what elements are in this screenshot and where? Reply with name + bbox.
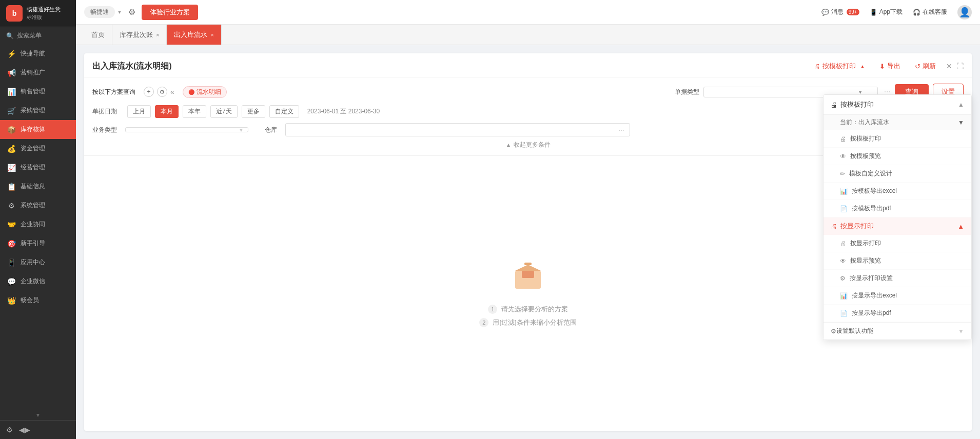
date-more-btn[interactable]: 更多 [242, 105, 265, 118]
dropdown-item-display-settings[interactable]: ⚙ 按显示打印设置 [824, 270, 971, 287]
filter-tag-label: 流水明细 [197, 88, 221, 96]
customer-service-label: 在线客服 [923, 8, 947, 16]
sidebar-item-enterprise[interactable]: 🤝 企业协同 [0, 215, 76, 234]
sidebar-search[interactable]: 🔍 搜索菜单 [0, 27, 76, 44]
operations-icon: 📈 [6, 164, 16, 172]
display-pdf-label: 按显示导出pdf [852, 309, 891, 317]
tab-batch-close[interactable]: × [156, 32, 159, 38]
dropdown-item-display-preview[interactable]: 👁 按显示预览 [824, 252, 971, 270]
sidebar-item-system[interactable]: ⚙ 系统管理 [0, 196, 76, 215]
sidebar-item-purchase[interactable]: 🛒 采购管理 [0, 101, 76, 120]
tab-batch-account[interactable]: 库存批次账 × [112, 25, 167, 45]
sidebar-item-vip[interactable]: 👑 畅会员 [0, 291, 76, 310]
tabs-bar: 首页 库存批次账 × 出入库流水 × [76, 25, 980, 45]
date-this-year-btn[interactable]: 本年 [183, 105, 206, 118]
quick-nav-icon: ⚡ [6, 50, 16, 58]
tab-flow-label: 出入库流水 [174, 30, 207, 39]
date-custom-btn[interactable]: 自定义 [269, 105, 299, 118]
dropdown-item-template-design[interactable]: ✏ 模板自定义设计 [824, 165, 971, 183]
date-label: 单据日期 [92, 107, 123, 116]
dropdown-display-section[interactable]: 🖨 按显示打印 ▲ [824, 217, 971, 235]
sidebar-item-marketing[interactable]: 📢 营销推广 [0, 63, 76, 82]
template-pdf-icon: 📄 [840, 205, 848, 212]
dropdown-print-icon: 🖨 [831, 101, 837, 109]
customer-service-btn[interactable]: 🎧 在线客服 [913, 8, 947, 16]
dropdown-current-template[interactable]: 当前：出入库流水 ▼ [824, 115, 971, 130]
app-version: 标准版 [27, 14, 61, 21]
user-dropdown-icon[interactable]: ▼ [117, 9, 122, 15]
dropdown-header-left: 🖨 按模板打印 [831, 100, 874, 109]
refresh-btn[interactable]: ↺ 刷新 [911, 59, 940, 73]
collapse-sidebar-btn[interactable]: ◀▶ [19, 426, 30, 434]
warehouse-more-icon[interactable]: ··· [618, 126, 624, 134]
trial-button[interactable]: 体验行业方案 [142, 5, 198, 20]
avatar[interactable]: 👤 [957, 5, 972, 19]
sidebar-item-base-info[interactable]: 📋 基础信息 [0, 177, 76, 196]
sidebar-item-label: 销售管理 [21, 87, 45, 96]
sidebar-item-label: 应用中心 [21, 258, 45, 267]
message-btn[interactable]: 💬 消息 99+ [821, 8, 859, 16]
avatar-icon: 👤 [959, 7, 970, 18]
doc-type-label: 单据类型 [675, 88, 699, 96]
dropdown-item-template-preview[interactable]: 👁 按模板预览 [824, 148, 971, 165]
dropdown-item-template-excel[interactable]: 📊 按模板导出excel [824, 183, 971, 200]
display-pdf-icon: 📄 [840, 310, 848, 317]
dropdown-footer[interactable]: ⚙ 设置默认功能 ▼ [824, 322, 971, 340]
app-center-icon: 📱 [6, 258, 16, 267]
dropdown-item-template-pdf[interactable]: 📄 按模板导出pdf [824, 200, 971, 217]
sidebar-item-wechat[interactable]: 💬 企业微信 [0, 272, 76, 291]
tab-in-out-flow[interactable]: 出入库流水 × [167, 25, 221, 45]
print-template-btn[interactable]: 🖨 按模板打印 ▲ [810, 59, 869, 73]
dropdown-collapse-icon[interactable]: ▲ [958, 101, 964, 108]
maximize-window-btn[interactable]: ⛶ [956, 62, 964, 70]
date-7days-btn[interactable]: 近7天 [210, 105, 238, 118]
sidebar-item-operations[interactable]: 📈 经营管理 [0, 158, 76, 177]
app-download-label: App下载 [879, 8, 903, 16]
sidebar-item-guide[interactable]: 🎯 新手引导 [0, 234, 76, 253]
app-download-btn[interactable]: 📱 App下载 [870, 8, 903, 16]
dropdown-item-display-print[interactable]: 🖨 按显示打印 [824, 235, 971, 252]
sidebar-item-inventory[interactable]: 📦 库存核算 [0, 120, 76, 139]
vip-icon: 👑 [6, 296, 16, 305]
dropdown-item-template-print[interactable]: 🖨 按模板打印 [824, 130, 971, 148]
sidebar-search-label: 搜索菜单 [17, 31, 42, 40]
empty-icon [507, 255, 548, 296]
topbar: 畅捷通 ▼ ⚙ 体验行业方案 💬 消息 99+ 📱 App下载 🎧 在线客服 👤 [76, 0, 980, 25]
date-last-month-btn[interactable]: 上月 [127, 105, 151, 118]
tab-flow-close[interactable]: × [210, 32, 213, 38]
logo-icon: b [6, 5, 23, 22]
sidebar-item-app-center[interactable]: 📱 应用中心 [0, 253, 76, 272]
scroll-indicator[interactable]: ▼ [0, 410, 76, 420]
filter-settings-icon[interactable]: ⚙ [157, 87, 167, 97]
sidebar-nav: ⚡ 快捷导航 📢 营销推广 📊 销售管理 🛒 采购管理 📦 库存核算 💰 资金管… [0, 44, 76, 410]
sidebar-item-finance[interactable]: 💰 资金管理 [0, 139, 76, 158]
warehouse-input[interactable]: ··· [285, 123, 630, 136]
topbar-gear-icon[interactable]: ⚙ [128, 7, 135, 17]
sidebar-item-quick-nav[interactable]: ⚡ 快捷导航 [0, 44, 76, 63]
base-info-icon: 📋 [6, 183, 16, 191]
filter-label: 按以下方案查询 [92, 88, 135, 96]
dropdown-item-display-excel[interactable]: 📊 按显示导出excel [824, 287, 971, 305]
date-this-month-btn[interactable]: 本月 [155, 105, 179, 118]
display-excel-icon: 📊 [840, 292, 848, 300]
template-design-icon: ✏ [840, 170, 845, 177]
date-range-text: 2023-06-01 至 2023-06-30 [307, 107, 380, 116]
sales-icon: 📊 [6, 88, 16, 96]
settings-footer-btn[interactable]: ⚙ [6, 426, 13, 434]
sidebar-footer: ⚙ ◀▶ [0, 420, 76, 439]
dropdown-item-display-pdf[interactable]: 📄 按显示导出pdf [824, 305, 971, 322]
dropdown-header: 🖨 按模板打印 ▲ [824, 95, 971, 115]
business-type-input[interactable]: ▼ [125, 127, 248, 132]
wechat-icon: 💬 [6, 277, 16, 286]
filter-collapse-btn[interactable]: « [170, 88, 174, 96]
export-btn[interactable]: ⬇ 导出 [875, 59, 905, 73]
display-settings-icon: ⚙ [840, 275, 846, 282]
filter-tag[interactable]: 🔴 流水明细 [183, 86, 227, 98]
display-section-left: 🖨 按显示打印 [831, 222, 874, 231]
filter-add-btn[interactable]: + [144, 87, 154, 97]
sidebar-item-sales[interactable]: 📊 销售管理 [0, 82, 76, 101]
tab-home[interactable]: 首页 [84, 25, 112, 45]
close-window-btn[interactable]: ✕ [946, 62, 952, 70]
username-display[interactable]: 畅捷通 [84, 6, 115, 18]
display-section-label: 按显示打印 [840, 222, 874, 231]
